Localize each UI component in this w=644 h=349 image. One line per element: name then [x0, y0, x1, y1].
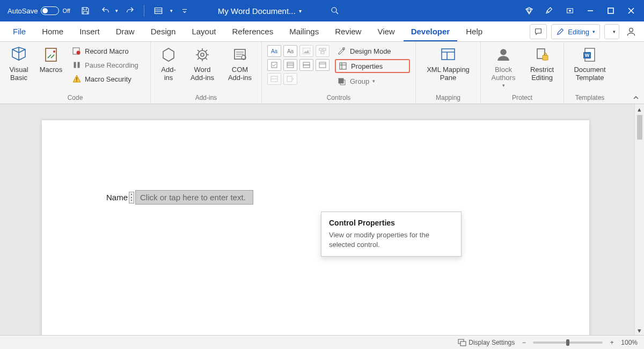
group-label-addins: Add-ins [195, 93, 217, 103]
document-template-button[interactable]: W Document Template [569, 45, 610, 82]
display-settings-button[interactable]: Display Settings [458, 339, 515, 346]
save-icon [80, 6, 90, 16]
addins-button[interactable]: Add- ins [156, 45, 181, 82]
legacy-tools-button[interactable] [283, 73, 297, 85]
scroll-down-button[interactable]: ▾ [635, 325, 644, 335]
minimize-button[interactable] [582, 2, 599, 19]
tab-design[interactable]: Design [143, 23, 184, 41]
tab-file[interactable]: File [5, 23, 33, 41]
redo-button[interactable] [121, 2, 138, 19]
svg-rect-21 [321, 52, 324, 54]
zoom-in-button[interactable]: + [608, 339, 616, 346]
share-button[interactable]: ▾ [604, 24, 619, 39]
chevron-down-icon[interactable]: ▾ [115, 8, 118, 13]
warning-icon [72, 74, 82, 84]
building-block-control-button[interactable] [316, 45, 330, 57]
svg-rect-18 [303, 48, 310, 54]
xml-mapping-button[interactable]: XML Mapping Pane [421, 45, 475, 82]
svg-rect-12 [76, 77, 77, 80]
tab-review[interactable]: Review [327, 23, 369, 41]
svg-rect-29 [343, 48, 345, 49]
tab-help[interactable]: Help [458, 23, 490, 41]
maximize-button[interactable] [602, 2, 619, 19]
macros-button[interactable]: Macros [38, 45, 64, 74]
svg-rect-28 [287, 76, 292, 82]
pause-recording-button: Pause Recording [70, 59, 145, 71]
svg-rect-36 [543, 55, 548, 60]
window-mode-button[interactable] [561, 2, 579, 19]
zoom-slider[interactable] [533, 341, 603, 344]
account-button[interactable] [624, 24, 639, 39]
tab-references[interactable]: References [224, 23, 281, 41]
zoom-out-button[interactable]: − [520, 339, 528, 346]
rich-text-control-button[interactable]: Aa [267, 45, 281, 57]
coming-soon-button[interactable] [541, 2, 558, 19]
svg-rect-0 [155, 8, 162, 14]
group-label-mapping: Mapping [436, 93, 460, 103]
customize-qat-button[interactable] [176, 2, 193, 19]
overflow-icon [182, 8, 187, 13]
search-button[interactable] [326, 2, 343, 19]
undo-icon [101, 6, 111, 16]
tab-layout[interactable]: Layout [184, 23, 223, 41]
field-label: Name [106, 193, 128, 202]
record-macro-button[interactable]: Record Macro [70, 45, 145, 57]
zoom-thumb[interactable] [566, 339, 569, 346]
tab-insert[interactable]: Insert [72, 23, 107, 41]
com-addins-button[interactable]: COM Add-ins [224, 45, 256, 82]
svg-text:W: W [585, 53, 590, 58]
picture-control-button[interactable] [299, 45, 313, 57]
svg-rect-11 [78, 62, 79, 68]
collapse-ribbon-button[interactable] [632, 94, 640, 101]
window-icon [566, 6, 574, 15]
save-button[interactable] [77, 2, 94, 19]
document-title[interactable]: My Word Document... ▾ [218, 6, 302, 16]
design-mode-button[interactable]: Design Mode [335, 45, 410, 57]
comments-button[interactable] [530, 24, 547, 39]
tab-view[interactable]: View [370, 23, 402, 41]
quick-access-item[interactable] [150, 2, 167, 19]
restrict-editing-button[interactable]: Restrict Editing [526, 45, 558, 82]
undo-button[interactable] [97, 2, 114, 19]
macro-security-button[interactable]: Macro Security [70, 73, 145, 85]
visual-basic-button[interactable]: Visual Basic [5, 45, 32, 82]
svg-rect-23 [287, 62, 294, 68]
repeating-section-button[interactable] [267, 73, 281, 85]
scroll-up-button[interactable]: ▴ [635, 104, 644, 114]
svg-point-14 [198, 50, 207, 59]
comment-icon [534, 27, 543, 36]
gear-icon [194, 47, 210, 63]
chevron-down-icon[interactable]: ▾ [170, 8, 173, 13]
svg-point-15 [201, 53, 204, 56]
visual-basic-icon [10, 46, 27, 63]
combobox-control-button[interactable] [283, 59, 297, 71]
zoom-percent[interactable]: 100% [621, 339, 638, 346]
premium-button[interactable] [521, 2, 538, 19]
autosave-toggle[interactable]: AutoSave Off [4, 6, 74, 15]
titlebar: AutoSave Off ▾ ▾ My Word Document... ▾ [0, 0, 644, 21]
vertical-scrollbar[interactable]: ▴ ▾ [634, 104, 644, 335]
checkbox-control-button[interactable] [267, 59, 281, 71]
properties-button[interactable]: Properties [335, 59, 410, 73]
close-button[interactable] [623, 2, 640, 19]
group-label-templates: Templates [575, 93, 605, 103]
tooltip-title: Control Properties [329, 219, 453, 227]
group-button: Group ▾ [335, 75, 410, 87]
content-control-text-input[interactable]: Click or tap here to enter text. [135, 190, 253, 205]
tab-mailings[interactable]: Mailings [282, 23, 326, 41]
group-label-protect: Protect [512, 93, 532, 103]
svg-rect-22 [272, 62, 277, 68]
editing-mode-button[interactable]: Editing ▾ [551, 24, 600, 39]
group-label-code: Code [68, 93, 83, 103]
tab-home[interactable]: Home [34, 23, 71, 41]
page[interactable]: Name Click or tap here to enter text. [42, 120, 589, 335]
dropdown-control-button[interactable] [299, 59, 313, 71]
content-control-handle[interactable] [129, 192, 134, 203]
word-addins-button[interactable]: Word Add-ins [186, 45, 218, 82]
tab-draw[interactable]: Draw [108, 23, 142, 41]
plain-text-control-button[interactable]: Aa [283, 45, 297, 57]
scroll-thumb[interactable] [637, 115, 642, 140]
tab-developer[interactable]: Developer [404, 23, 458, 41]
chevron-down-icon: ▾ [613, 29, 616, 34]
date-picker-control-button[interactable] [316, 59, 330, 71]
